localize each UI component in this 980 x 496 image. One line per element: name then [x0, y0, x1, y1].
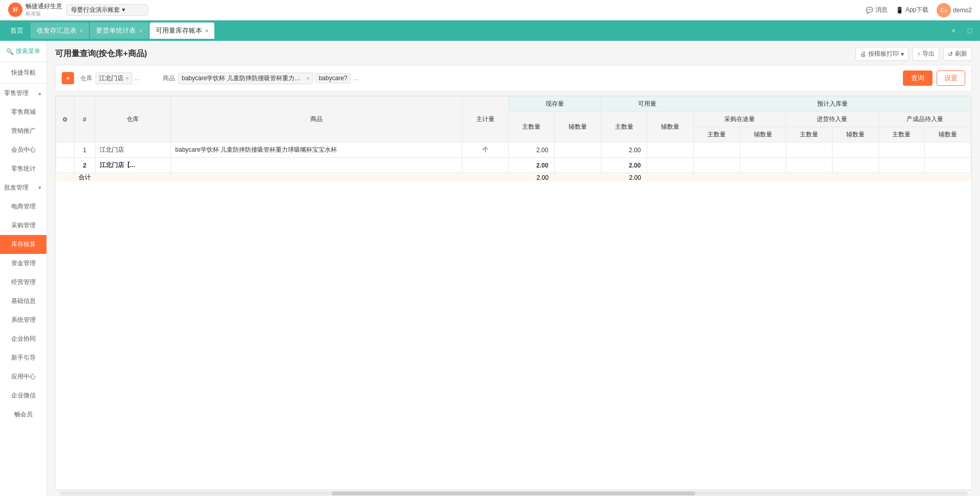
cell-purchase-main-2 [694, 158, 740, 173]
tab-receive-send-close[interactable]: × [80, 28, 83, 34]
top-bar: 好 畅捷通好生意 标准版 母婴行业演示账套 ▾ 💬 消息 📱 App下载 Ea … [0, 0, 980, 20]
nav-tabs: 首页 收发存汇总表 × 要货单统计表 × 可用量库存账本 × × □ [0, 20, 980, 41]
refresh-icon: ↺ [948, 51, 953, 58]
product-tag-1-remove[interactable]: × [306, 75, 309, 81]
sidebar-item-new-guide[interactable]: 新手引导 [0, 348, 46, 367]
refresh-button[interactable]: ↺ 刷新 [943, 47, 972, 61]
warehouse-more[interactable]: ... [134, 75, 139, 82]
warehouse-label: 仓库 [80, 74, 92, 83]
sidebar-item-enterprise[interactable]: 企业协同 [0, 329, 46, 348]
export-icon: ↑ [917, 51, 920, 58]
horizontal-scrollbar[interactable] [55, 490, 972, 496]
product-tags: babycare学饮杯 儿童防摔防撞吸管杯重力球吸嘴杯宝宝水杯 × babyca… [178, 73, 358, 84]
sidebar-item-retail-stats[interactable]: 零售统计 [0, 159, 46, 178]
cell-current-main-1: 2.00 [508, 143, 555, 158]
tab-order-stats-close[interactable]: × [139, 28, 142, 34]
sidebar-new-guide-label: 新手引导 [11, 353, 36, 362]
top-bar-right: 💬 消息 📱 App下载 Ea demo2 [866, 3, 972, 17]
sidebar-item-wholesale-mgmt[interactable]: 批发管理 ▼ [0, 178, 46, 197]
tab-receive-send[interactable]: 收发存汇总表 × [31, 22, 89, 39]
tab-receive-send-label: 收发存汇总表 [37, 26, 77, 35]
sidebar-item-member[interactable]: 畅会员 [0, 405, 46, 424]
expand-filter-button[interactable]: » [62, 72, 74, 84]
th-production: 产成品待入量 [878, 112, 971, 127]
sidebar-item-quick-nav[interactable]: 快捷导航 [0, 64, 46, 81]
th-available: 可用量 [601, 97, 693, 112]
print-dropdown-icon: ▾ [901, 51, 904, 58]
sidebar-item-ecommerce[interactable]: 电商管理 [0, 197, 46, 216]
sidebar-item-purchase[interactable]: 采购管理 [0, 216, 46, 235]
message-button[interactable]: 💬 消息 [866, 6, 888, 14]
cell-incoming-aux-2 [832, 158, 878, 173]
warehouse-tag-1-remove[interactable]: × [126, 75, 129, 81]
table-row: 2 江北门店【... 2.00 2.00 [56, 158, 971, 173]
product-tag-1: babycare学饮杯 儿童防摔防撞吸管杯重力球吸嘴杯宝宝水杯 × [178, 73, 313, 84]
th-gear[interactable]: ⚙ [56, 97, 75, 143]
main-layout: 🔍 搜索菜单 快捷导航 零售管理 ▲ 零售商城 营销推广 会员中心 零售统计 批… [0, 41, 980, 496]
tenant-name: 母婴行业演示账套 [71, 6, 120, 14]
cell-product-1: babycare学饮杯 儿童防摔防撞吸管杯重力球吸嘴杯宝宝水杯 [171, 143, 462, 158]
warehouse-tag-1: 江北门店 × [95, 73, 132, 84]
quick-nav-area: 快捷导航 [0, 62, 46, 84]
sidebar-item-enterprise-wechat[interactable]: 企业微信 [0, 386, 46, 405]
product-filter: 商品 babycare学饮杯 儿童防摔防撞吸管杯重力球吸嘴杯宝宝水杯 × bab… [163, 73, 358, 84]
refresh-label: 刷新 [955, 50, 967, 58]
cell-warehouse-1: 江北门店 [95, 143, 171, 158]
sidebar-item-member-center[interactable]: 会员中心 [0, 140, 46, 159]
tab-order-stats[interactable]: 要货单统计表 × [90, 22, 148, 39]
setting-button[interactable]: 设置 [937, 70, 965, 86]
logo-area: 好 畅捷通好生意 标准版 [8, 3, 62, 17]
scrollbar-thumb[interactable] [332, 491, 695, 495]
th-purchase-main: 主数量 [694, 127, 740, 143]
cell-empty-2 [56, 158, 75, 173]
sidebar-item-retail-mgmt[interactable]: 零售管理 ▲ [0, 84, 46, 103]
th-purchase: 采购在途量 [694, 112, 786, 127]
sidebar-item-business-mgmt[interactable]: 经营管理 [0, 273, 46, 292]
sidebar-item-finance[interactable]: 资金管理 [0, 254, 46, 273]
footer-label: 合计 [75, 173, 509, 182]
sidebar-ecommerce-label: 电商管理 [11, 202, 36, 211]
filter-bar: » 仓库 江北门店 × ... 商品 babycare学饮杯 儿童防摔防撞吸管杯… [55, 65, 972, 91]
th-incoming-main: 主数量 [786, 127, 832, 143]
tab-available-stock[interactable]: 可用量库存账本 × [150, 22, 214, 39]
scrollbar-track [59, 491, 968, 495]
th-production-main: 主数量 [878, 127, 925, 143]
chevron-down-icon: ▼ [37, 185, 42, 191]
sidebar-item-marketing[interactable]: 营销推广 [0, 122, 46, 140]
th-product: 商品 [171, 97, 462, 143]
tenant-dropdown-icon: ▾ [122, 6, 125, 13]
sidebar-member-center-label: 会员中心 [11, 146, 36, 154]
sidebar-business-mgmt-label: 经营管理 [11, 278, 36, 287]
maximize-window-button[interactable]: □ [964, 25, 976, 37]
app-download-button[interactable]: 📱 App下载 [896, 6, 928, 14]
search-menu-label: 搜索菜单 [16, 47, 40, 56]
print-button[interactable]: 🖨 按模板打印 ▾ [855, 47, 909, 61]
sidebar-item-inventory[interactable]: 库存核算 [0, 235, 46, 254]
sidebar-item-basic-info[interactable]: 基础信息 [0, 292, 46, 311]
tab-available-stock-close[interactable]: × [205, 28, 208, 34]
th-main-unit: 主计量 [462, 97, 508, 143]
sidebar-item-retail-mall[interactable]: 零售商城 [0, 103, 46, 122]
sidebar-enterprise-wechat-label: 企业微信 [11, 391, 36, 400]
sidebar-purchase-label: 采购管理 [11, 221, 36, 230]
cell-current-aux-2 [555, 158, 601, 173]
summary-row: 合计 2.00 2.00 [56, 173, 971, 182]
tenant-selector[interactable]: 母婴行业演示账套 ▾ [66, 4, 148, 16]
export-button[interactable]: ↑ 导出 [913, 47, 939, 61]
sidebar-item-app-center[interactable]: 应用中心 [0, 367, 46, 386]
tab-home[interactable]: 首页 [4, 22, 30, 39]
th-current-main-qty: 主数量 [508, 112, 555, 143]
query-button[interactable]: 查询 [903, 70, 933, 86]
sidebar-retail-mgmt-label: 零售管理 [4, 89, 29, 98]
sidebar-system-mgmt-label: 系统管理 [11, 316, 36, 324]
search-icon: 🔍 [6, 48, 14, 55]
tab-home-label: 首页 [10, 26, 23, 35]
sidebar: 🔍 搜索菜单 快捷导航 零售管理 ▲ 零售商城 营销推广 会员中心 零售统计 批… [0, 41, 47, 496]
product-label: 商品 [163, 74, 175, 83]
user-area[interactable]: Ea demo2 [937, 3, 972, 17]
tab-order-stats-label: 要货单统计表 [96, 26, 136, 35]
sidebar-item-system-mgmt[interactable]: 系统管理 [0, 311, 46, 329]
search-menu-button[interactable]: 🔍 搜索菜单 [4, 45, 42, 58]
product-more[interactable]: ... [353, 75, 358, 82]
close-window-button[interactable]: × [947, 25, 960, 37]
